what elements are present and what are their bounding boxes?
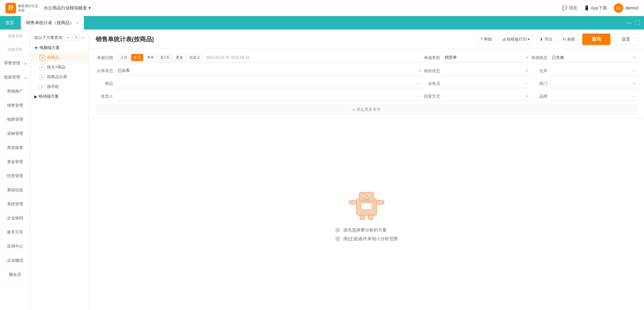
help-button[interactable]: ? 帮助 [477,35,495,44]
sidebar-item-sales[interactable]: 销售管理 [0,99,30,113]
sidebar-item-appstore[interactable]: 应用中心 [0,240,30,254]
maximize-button[interactable]: ⛶ [635,20,640,26]
main-layout: 搜索菜单 快捷导航 零售管理 ▲ 批发管理 ▲ 营销推广 销售管理 电商管理 采… [0,30,644,310]
date-btn-last-month[interactable]: 上月 [118,54,130,61]
sidebar-item-purchase[interactable]: 采购管理 [0,127,30,141]
goods-control[interactable]: ··· [116,79,423,88]
date-btn-more[interactable]: 更多 [173,54,185,61]
doctype-control[interactable]: 销货单 ▾ [443,53,530,62]
collapse-filter-button[interactable]: ∧ 收起更多条件 [96,104,637,114]
doctype-value: 销货单 [445,55,525,60]
brand-dots[interactable]: ··· [631,94,635,99]
salesman-dots[interactable]: ··· [524,81,528,86]
mobile-group-label[interactable]: ▶ 移动端方案 [30,92,89,101]
collapse-arrow: ∧ [352,107,355,112]
top-nav-right: 💬 消息 📱 App下载 Ea demo2 [562,3,639,13]
settlement-arrow[interactable]: ▾ [526,94,528,98]
pc-group-triangle: ▼ [34,46,38,50]
paystatus-control[interactable]: ▾ [443,66,530,75]
paystatus-arrow[interactable]: ▾ [526,69,528,72]
dept-label: 部门 [530,81,550,87]
print-button[interactable]: 🖨 按模板打印 ▾ [499,35,533,44]
export-button[interactable]: ⬇ 导出 [537,35,555,44]
salesman-control[interactable]: ··· [443,79,530,88]
date-range: 2023-03-01 至 2023-03-31 [206,55,250,60]
minimize-button[interactable]: — [627,20,632,26]
sidebar-item-member[interactable]: 畅会员 [0,268,30,282]
filter-row-4: 收货人 ··· 结算方式 ▾ 品牌 [96,92,637,101]
page-header-actions: ? 帮助 🖨 按模板打印 ▾ ⬇ 导出 ↻ 刷新 [477,34,637,48]
tree-item-by-month-goods[interactable]: ≡ 按月+商品 [30,62,89,72]
sidebar-item-inventory[interactable]: 库存核算 [0,141,30,155]
solution-collapse-button[interactable]: « [82,35,85,40]
sidebar-item-retail[interactable]: 零售管理 ▲ [0,56,30,70]
query-button[interactable]: 查询 [582,34,610,45]
tab-home[interactable]: 首页 [0,16,19,30]
goods-dots[interactable]: ··· [417,81,421,86]
dept-control[interactable]: ▾ [550,79,637,88]
receiver-control[interactable]: ··· [116,92,423,101]
tree-item-by-category[interactable]: ≡ 按商品分类 [30,72,89,82]
sidebar-item-quicknav[interactable]: 快捷导航 [0,43,30,56]
app-download-label: App下载 [591,5,607,11]
svg-point-5 [369,195,370,197]
solution-add-button[interactable]: + [64,34,71,41]
by-category-icon: ≡ [40,74,45,80]
sidebar-item-system[interactable]: 系统管理 [0,197,30,211]
tab-close-icon[interactable]: × [76,20,78,25]
date-btn-7days[interactable]: 近7天 [158,54,172,61]
sidebar-item-management[interactable]: 经营管理 [0,169,30,183]
outstatus-arrow[interactable]: ▾ [419,69,421,72]
sidebar-item-wholesale[interactable]: 批发管理 ▲ [0,70,30,85]
filter-goods-field: 商品 ··· [96,79,423,88]
message-button[interactable]: 💬 消息 [562,5,577,11]
main-panel: 销售单统计表(按商品) ? 帮助 🖨 按模板打印 ▾ ⬇ 导出 [89,30,644,310]
tab-active-label: 销售单统计表（按商品） [26,20,74,26]
solution-edit-button[interactable]: ✎ [73,34,80,41]
tree-item-by-driver[interactable]: ≡ 按司机 [30,82,89,92]
sidebar-item-cooperation[interactable]: 企业协同 [0,211,30,225]
mobile-group-triangle: ▶ [34,94,37,99]
sidebar-item-search[interactable]: 搜索菜单 [0,30,30,43]
logo-icon: 好 [5,3,16,13]
date-control[interactable]: 上月 本月 本年 近7天 更多 自定义 2023-03-01 至 2023-03… [116,53,423,63]
sidebar-item-finance[interactable]: 资金管理 [0,155,30,169]
brand-control[interactable]: ··· [550,92,637,101]
date-btn-this-month[interactable]: 本月 [131,54,143,61]
date-btn-custom[interactable]: 自定义 [187,54,203,61]
settings-button[interactable]: 设置 [614,34,637,45]
date-btn-this-year[interactable]: 本年 [145,54,157,61]
message-icon: 💬 [562,5,567,10]
user-profile[interactable]: Ea demo2 [614,3,639,13]
outstatus-control[interactable]: 已出库 ▾ [116,66,423,75]
sidebar-item-guide[interactable]: 新手引导 [0,225,30,240]
paystatus-label: 收款状态 [423,68,443,74]
tree-item-by-goods[interactable]: ● 按商品 [30,53,89,62]
sidebar-item-ecom[interactable]: 电商管理 [0,113,30,127]
docstatus-arrow[interactable]: ▾ [634,56,635,59]
empty-tip-2: 2 用[过滤]条件来缩小分析范围 [335,236,398,242]
salesman-label: 业务员 [423,81,443,87]
sidebar-item-marketing[interactable]: 营销推广 [0,85,30,99]
app-name-dropdown[interactable]: 办公用品行业模拟账套 ▾ [41,4,94,12]
print-dropdown-arrow[interactable]: ▾ [528,37,530,42]
warehouse-control[interactable]: ··· [550,66,637,75]
by-category-label: 按商品分类 [47,74,67,80]
receiver-dots[interactable]: ··· [417,94,421,99]
doctype-arrow[interactable]: ▾ [526,56,528,59]
sidebar-item-basic[interactable]: 基础信息 [0,183,30,197]
solution-header-label: 按以下方案查询 [34,35,62,41]
filter-doctype-field: 单据类型 销货单 ▾ [423,53,530,62]
refresh-button[interactable]: ↻ 刷新 [559,35,578,44]
filter-brand-field: 品牌 ··· [530,92,637,101]
warehouse-dots[interactable]: ··· [631,68,635,73]
settlement-control[interactable]: ▾ [443,92,530,101]
sidebar-item-wechat[interactable]: 企业微信 [0,254,30,268]
pc-group-label[interactable]: ▼ 电脑端方案 [30,43,89,53]
retail-arrow: ▲ [24,61,27,65]
app-download-button[interactable]: 📱 App下载 [584,5,607,11]
tab-active[interactable]: 销售单统计表（按商品） × [21,16,84,30]
docstatus-control[interactable]: 已生效 ▾ [550,53,637,62]
by-month-goods-icon: ≡ [40,65,45,70]
dept-arrow[interactable]: ▾ [634,82,635,85]
